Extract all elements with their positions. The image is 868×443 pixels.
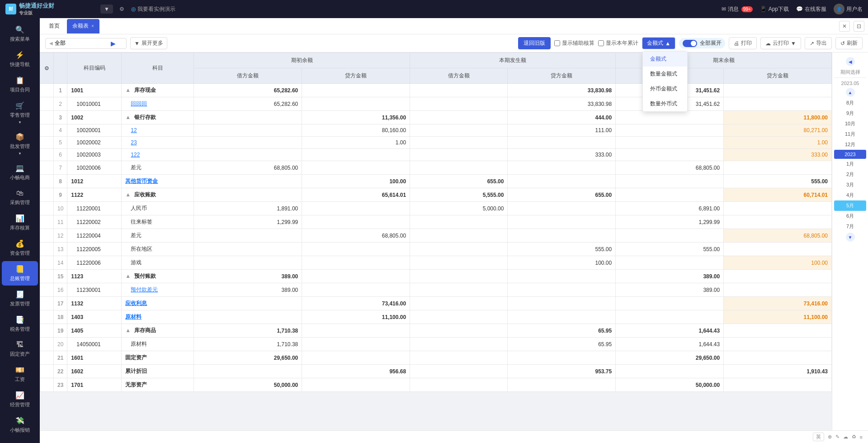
inventory-icon: 📊 — [15, 214, 24, 223]
sidebar-item-tax[interactable]: 📑 税务管理 — [2, 312, 38, 336]
account-name-cell[interactable]: 预付款差元 — [122, 283, 194, 297]
sidebar-item-finance[interactable]: 💰 资金管理 — [2, 236, 38, 260]
tab-window-close[interactable]: ✕ — [839, 21, 850, 32]
account-name-cell: 差元 — [122, 229, 194, 243]
account-name-cell[interactable]: 回回回 — [122, 97, 194, 111]
invoice-icon: 🧾 — [15, 290, 24, 299]
expand-btn[interactable]: ▼ 展开更多 — [130, 37, 167, 49]
style-option-amount[interactable]: 金额式 — [643, 52, 687, 67]
sidebar-item-quicknav[interactable]: ⚡ 快捷导航 — [2, 47, 38, 71]
bottom-menu-btn[interactable]: ≡ — [860, 434, 863, 440]
online-service-btn[interactable]: 💬 在线客服 — [796, 5, 826, 13]
tab-balance[interactable]: 余额表 × — [67, 19, 99, 33]
app-download-btn[interactable]: 📱 App下载 — [760, 5, 789, 13]
sidebar-item-purchase[interactable]: 🛍 采购管理 — [2, 186, 38, 210]
account-code-cell: 1602 — [67, 365, 122, 378]
account-name-cell[interactable]: 应收利息 — [122, 297, 194, 310]
bottom-edit-btn[interactable]: ✎ — [835, 434, 840, 440]
period-up-btn[interactable]: ▲ — [846, 88, 855, 97]
style-dropdown-menu: 金额式 数量金额式 外币金额式 数量外币式 — [642, 51, 688, 112]
tab-close-btn[interactable]: × — [91, 24, 94, 29]
period-collapse-btn[interactable]: ◀ — [846, 57, 855, 66]
expand-all-toggle[interactable]: 全部展开 — [679, 38, 725, 48]
opening_credit-cell: 100.00 — [302, 175, 410, 188]
period-1[interactable]: 1月 — [834, 159, 866, 169]
cloud-print-btn[interactable]: ☁ 云打印 ▼ — [760, 37, 801, 49]
message-btn[interactable]: ✉ 消息 99+ — [722, 5, 753, 13]
right-arrow-icon[interactable]: ▶ — [111, 40, 116, 47]
period-2[interactable]: 2月 — [834, 169, 866, 180]
opening_debit-cell — [194, 310, 302, 324]
sidebar-item-ecommerce[interactable]: 💻 小畅电商 — [2, 160, 38, 185]
back-old-btn[interactable]: 退回旧版 — [518, 37, 551, 49]
row-number: 17 — [54, 297, 67, 310]
bottom-cloud-btn[interactable]: ☁ — [843, 434, 848, 440]
style-option-fx-amount[interactable]: 外币金额式 — [643, 81, 687, 96]
opening_debit-cell — [194, 229, 302, 243]
refresh-btn[interactable]: ↺ 刷新 — [835, 37, 863, 49]
period_credit-cell: 953.75 — [508, 365, 616, 378]
sidebar-item-inventory[interactable]: 📊 库存核算 — [2, 210, 38, 235]
account-name-cell[interactable]: 12 — [122, 124, 194, 137]
tab-home-label: 首页 — [49, 22, 60, 30]
sidebar-item-ledger[interactable]: 📒 总账管理 — [2, 261, 38, 286]
opening_credit-cell — [302, 202, 410, 215]
tab-home[interactable]: 首页 — [43, 19, 65, 33]
closing_credit-cell — [724, 161, 832, 175]
period-3[interactable]: 3月 — [834, 180, 866, 190]
opening_credit-cell: 80,160.00 — [302, 124, 410, 137]
period-4[interactable]: 4月 — [834, 190, 866, 200]
export-btn[interactable]: ↗ 导出 — [805, 37, 832, 49]
sidebar-item-search[interactable]: 🔍 搜索菜单 — [2, 22, 38, 46]
table-settings-icon[interactable]: ⚙ — [44, 65, 49, 71]
table-row: 510020002231.001.00 — [40, 137, 832, 149]
period-8[interactable]: 8月 — [834, 98, 866, 108]
period-11[interactable]: 11月 — [834, 129, 866, 139]
sidebar-item-baseinfo[interactable]: ℹ 基础信息 — [2, 438, 38, 443]
search-box[interactable]: ◀ ▶ — [45, 38, 127, 49]
bottom-translate-btn[interactable]: 英 — [813, 433, 824, 441]
show-ytd-check[interactable]: 显示本年累计 — [598, 39, 638, 47]
period-year-2023[interactable]: 2023 — [834, 150, 866, 159]
account-name-cell[interactable]: 122 — [122, 149, 194, 161]
sidebar-item-retail[interactable]: 🛒 零售管理 ▼ — [2, 98, 38, 128]
company-dropdown[interactable]: ▼ — [100, 5, 113, 14]
settings-icon[interactable]: ⚙ — [117, 4, 127, 14]
account-code-cell: 10020002 — [67, 137, 122, 149]
period-down-btn[interactable]: ▼ — [846, 233, 855, 242]
sidebar-item-invoice[interactable]: 🧾 发票管理 — [2, 286, 38, 311]
period-9[interactable]: 9月 — [834, 108, 866, 119]
style-option-qty-fx[interactable]: 数量外币式 — [643, 96, 687, 111]
closing_credit-cell: 555.00 — [724, 175, 832, 188]
account-name-cell[interactable]: 其他货币资金 — [122, 175, 194, 188]
tab-window-restore[interactable]: ⊡ — [854, 21, 864, 32]
sidebar-item-project[interactable]: 📋 项目合同 — [2, 72, 38, 97]
sidebar-item-fixedassets[interactable]: 🏗 固定资产 — [2, 337, 38, 361]
sidebar-item-salary[interactable]: 💴 工资 — [2, 362, 38, 386]
period-12[interactable]: 12月 — [834, 139, 866, 150]
bottom-zoom-btn[interactable]: ⊕ — [828, 434, 832, 440]
print-btn[interactable]: 🖨 打印 — [729, 37, 757, 49]
style-dropdown-btn[interactable]: 金额式 ▲ 金额式 数量金额式 外币金额式 数量外币式 — [642, 37, 675, 49]
show-auxiliary-check[interactable]: 显示辅助核算 — [554, 39, 594, 47]
sidebar-item-wholesale[interactable]: 📦 批发管理 ▼ — [2, 129, 38, 159]
period-6[interactable]: 6月 — [834, 211, 866, 221]
sidebar-item-expense[interactable]: 💸 小畅报销 — [2, 413, 38, 437]
style-option-qty-amount[interactable]: 数量金额式 — [643, 67, 687, 81]
period-7[interactable]: 7月 — [834, 221, 866, 232]
account-name-cell[interactable]: 原材料 — [122, 310, 194, 324]
account-code-cell: 1002 — [67, 111, 122, 124]
closing_credit-cell — [724, 338, 832, 351]
user-menu[interactable]: 👤 用户名 — [834, 4, 863, 14]
account-code-cell: 1123 — [67, 270, 122, 283]
closing_debit-cell — [616, 124, 724, 137]
tool-right: 退回旧版 显示辅助核算 显示本年累计 金额式 ▲ 金额式 数量金额式 — [518, 37, 863, 49]
row-settings — [40, 84, 54, 97]
account-name-cell[interactable]: 23 — [122, 137, 194, 149]
period-10[interactable]: 10月 — [834, 119, 866, 129]
bottom-sync-btn[interactable]: ♻ — [852, 434, 856, 440]
search-input[interactable] — [55, 40, 109, 47]
demo-link[interactable]: ◎ 我要看实例演示 — [131, 5, 175, 13]
sidebar-item-operation[interactable]: 📈 经营管理 — [2, 387, 38, 412]
period-5[interactable]: 5月 — [834, 200, 866, 211]
